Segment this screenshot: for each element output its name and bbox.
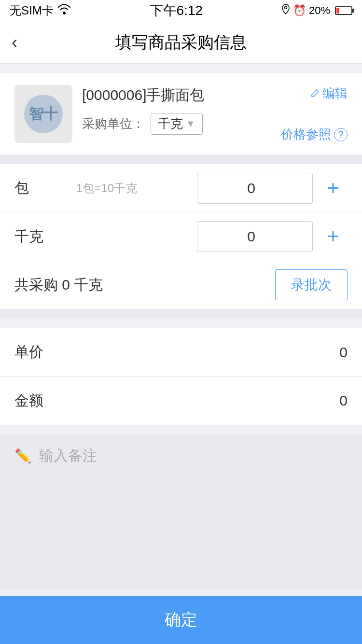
summary-row: 共采购 0 千克 录批次 <box>0 261 362 309</box>
record-batch-button[interactable]: 录批次 <box>275 269 348 300</box>
battery-icon <box>335 6 352 15</box>
price-ref-button[interactable]: 价格参照 ? <box>281 126 348 143</box>
product-name: [0000006]手撕面包 <box>82 85 348 105</box>
summary-text: 共采购 0 千克 <box>14 275 103 295</box>
alarm-icon: ⏰ <box>293 4 306 17</box>
price-info-section: 单价 0 金额 0 <box>0 328 362 425</box>
amount-value: 0 <box>339 392 348 409</box>
edit-icon <box>310 89 320 98</box>
unit-price-value: 0 <box>339 344 348 361</box>
kg-input[interactable] <box>197 221 313 252</box>
nav-title: 填写商品采购信息 <box>115 31 247 54</box>
kg-plus-button[interactable]: + <box>319 222 348 251</box>
kg-label: 千克 <box>14 227 72 247</box>
nav-bar: ‹ 填写商品采购信息 <box>0 21 362 64</box>
divider-1 <box>0 154 362 164</box>
remark-placeholder: 输入备注 <box>39 446 97 466</box>
unit-price-label: 单价 <box>14 342 43 362</box>
unit-price-row: 单价 0 <box>0 328 362 377</box>
edit-button[interactable]: 编辑 <box>310 85 348 102</box>
pencil-icon: ✏️ <box>14 448 31 464</box>
location-icon <box>281 4 290 17</box>
wifi-icon <box>57 4 71 17</box>
input-section: 包 1包=10千克 + 千克 + <box>0 164 362 261</box>
status-bar: 无SIM卡 下午6:12 ⏰ 20% <box>0 0 362 21</box>
product-card: 智十 [0000006]手撕面包 采购单位： 千克 ▼ 编辑 价格参照 ? <box>0 73 362 154</box>
carrier-text: 无SIM卡 <box>10 3 54 18</box>
unit-value: 千克 <box>158 115 183 132</box>
help-icon: ? <box>334 128 348 141</box>
bag-input[interactable] <box>197 173 313 204</box>
amount-label: 金额 <box>14 391 43 411</box>
bag-plus-button[interactable]: + <box>319 174 348 203</box>
bag-input-row: 包 1包=10千克 + <box>0 164 362 212</box>
bag-sub-label: 1包=10千克 <box>76 181 137 196</box>
unit-label: 采购单位： <box>82 115 145 132</box>
status-time: 下午6:12 <box>150 1 203 20</box>
divider-2 <box>0 309 362 319</box>
remark-section[interactable]: ✏️ 输入备注 <box>0 434 362 589</box>
product-logo: 智十 <box>24 95 63 133</box>
product-image: 智十 <box>14 85 72 143</box>
bag-label: 包 <box>14 178 72 198</box>
confirm-button[interactable]: 确定 <box>0 596 362 644</box>
back-button[interactable]: ‹ <box>12 32 17 53</box>
chevron-down-icon: ▼ <box>186 118 195 129</box>
kg-input-row: 千克 + <box>0 212 362 261</box>
svg-point-0 <box>284 7 287 9</box>
unit-selector[interactable]: 千克 ▼ <box>151 113 203 135</box>
battery-text: 20% <box>309 4 330 17</box>
amount-row: 金额 0 <box>0 377 362 425</box>
